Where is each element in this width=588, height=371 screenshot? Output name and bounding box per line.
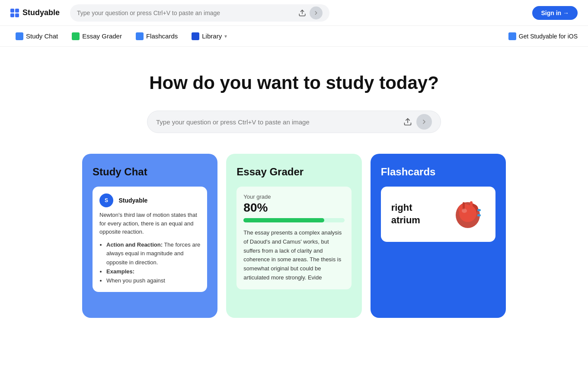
chat-list: Action and Reaction: The forces are alwa… — [99, 241, 200, 285]
progress-bar-bg — [243, 218, 344, 222]
ios-link[interactable]: Get Studyable for iOS — [508, 32, 578, 40]
nav-item-library[interactable]: Library ▾ — [186, 30, 232, 43]
flash-term: rightatrium — [391, 202, 420, 226]
list-item: When you push against — [106, 276, 200, 285]
logo-icon — [10, 9, 19, 17]
chat-message: Newton's third law of motion states that… — [99, 211, 200, 236]
list-item: Examples: — [106, 267, 200, 276]
essay-grader-card-title: Essay Grader — [236, 166, 351, 178]
app-name: Studyable — [22, 8, 60, 17]
essay-feedback: The essay presents a complex analysis of… — [243, 228, 344, 282]
nav-item-flashcards[interactable]: Flashcards — [131, 30, 183, 43]
chat-bubble: S Studyable Newton's third law of motion… — [93, 187, 207, 292]
study-chat-icon — [16, 32, 23, 40]
essay-grader-card[interactable]: Essay Grader Your grade 80% The essay pr… — [226, 154, 361, 318]
nav-label-flashcards: Flashcards — [146, 32, 178, 40]
ios-label: Get Studyable for iOS — [519, 33, 578, 40]
main-content: How do you want to study today? Study Ch… — [0, 47, 588, 335]
study-chat-card-title: Study Chat — [93, 166, 207, 178]
nav-label-essay-grader: Essay Grader — [82, 32, 122, 40]
avatar: S — [99, 193, 113, 207]
header-submit-button[interactable] — [310, 6, 323, 19]
bot-name: Studyable — [118, 197, 147, 204]
hero-title: How do you want to study today? — [149, 73, 439, 93]
svg-rect-8 — [477, 209, 481, 211]
main-upload-button[interactable] — [403, 117, 412, 126]
nav-item-study-chat[interactable]: Study Chat — [10, 30, 63, 43]
flashcard-visual: rightatrium — [381, 187, 495, 242]
sign-in-button[interactable]: Sign in → — [532, 6, 578, 20]
svg-point-10 — [462, 209, 467, 213]
grade-value: 80% — [243, 201, 344, 215]
essay-inner: Your grade 80% The essay presents a comp… — [236, 187, 351, 289]
progress-bar-fill — [243, 218, 324, 222]
header: Studyable Sign in → — [0, 0, 588, 26]
header-upload-button[interactable] — [298, 9, 306, 17]
main-submit-button[interactable] — [416, 114, 432, 130]
svg-rect-9 — [477, 214, 481, 216]
flashcards-card-title: Flashcards — [381, 166, 495, 178]
main-search-input[interactable] — [156, 118, 399, 126]
svg-point-5 — [459, 205, 476, 222]
list-item: Action and Reaction: The forces are alwa… — [106, 241, 200, 267]
svg-rect-6 — [470, 201, 473, 211]
logo[interactable]: Studyable — [10, 8, 60, 17]
nav-item-essay-grader[interactable]: Essay Grader — [67, 30, 127, 43]
flashcards-nav-icon — [136, 32, 144, 40]
main-search-bar[interactable] — [147, 111, 441, 133]
heart-illustration — [451, 197, 485, 231]
header-search-bar[interactable] — [70, 4, 329, 22]
nav-label-library: Library — [202, 32, 222, 40]
header-search-input[interactable] — [77, 10, 295, 16]
library-icon — [192, 32, 199, 40]
grade-label: Your grade — [243, 193, 344, 200]
cards-container: Study Chat S Studyable Newton's third la… — [82, 154, 506, 318]
nav-label-study-chat: Study Chat — [26, 32, 58, 40]
chat-header: S Studyable — [99, 193, 200, 207]
ios-icon — [508, 32, 516, 40]
essay-grader-icon — [72, 32, 80, 40]
main-nav: Study Chat Essay Grader Flashcards Libra… — [0, 26, 588, 47]
study-chat-card[interactable]: Study Chat S Studyable Newton's third la… — [82, 154, 217, 318]
library-chevron-icon: ▾ — [224, 33, 227, 39]
flashcards-card[interactable]: Flashcards rightatrium — [371, 154, 506, 318]
